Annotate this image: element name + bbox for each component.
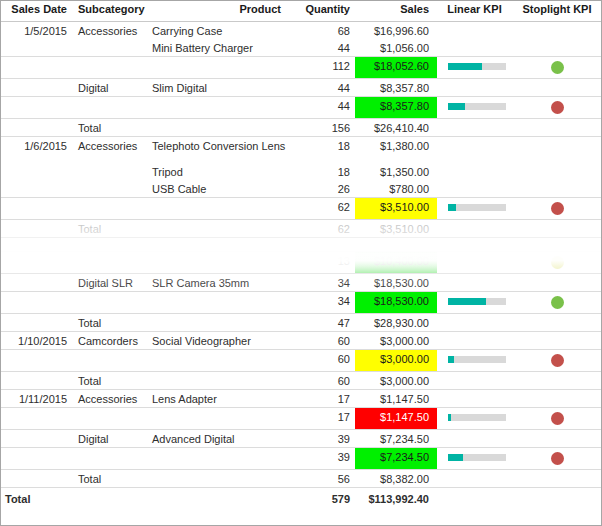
cell-sales: $8,382.00 bbox=[355, 470, 437, 488]
table-row: 17$1,147.50 bbox=[1, 408, 601, 430]
cell-sales: $18,052.60 bbox=[355, 56, 437, 78]
cell-sales-date bbox=[1, 430, 75, 448]
cell-subcategory bbox=[75, 448, 147, 470]
cell-subcategory bbox=[75, 163, 147, 180]
cell-sales-date bbox=[1, 408, 75, 430]
cell-product bbox=[147, 470, 289, 488]
cell-sales: $10,400.00 bbox=[355, 252, 437, 274]
cell-product bbox=[147, 448, 289, 470]
cell-linear-kpi bbox=[437, 470, 513, 488]
cell-sales-date bbox=[1, 470, 75, 488]
cell-sales: $780.00 bbox=[355, 180, 437, 198]
cell-stoplight-kpi bbox=[513, 430, 601, 448]
cell-product bbox=[147, 372, 289, 390]
linear-kpi-track bbox=[448, 103, 506, 110]
table-row: 112$18,052.60 bbox=[1, 56, 601, 78]
linear-kpi-track bbox=[448, 454, 506, 461]
cell-subcategory: Accessories bbox=[75, 390, 147, 408]
cell-sales: $3,000.00 bbox=[355, 332, 437, 350]
cell-linear-kpi bbox=[437, 350, 513, 372]
cell-product: Slim Digital bbox=[147, 78, 289, 96]
cell-subcategory: Total bbox=[75, 118, 147, 136]
cell-sales: $7,234.50 bbox=[355, 430, 437, 448]
cell-quantity: 68 bbox=[289, 21, 355, 39]
cell-sales: $3,000.00 bbox=[355, 350, 437, 372]
cell-product bbox=[147, 350, 289, 372]
cell-product: Telephoto Conversion Lens bbox=[147, 136, 289, 163]
column-header-linear-kpi: Linear KPI bbox=[437, 1, 513, 21]
cell-linear-kpi bbox=[437, 220, 513, 238]
cell-subcategory: Digital bbox=[75, 78, 147, 96]
spacer-row bbox=[1, 238, 601, 252]
cell-quantity: 62 bbox=[289, 198, 355, 220]
linear-kpi-bar bbox=[448, 103, 465, 110]
table-row: 1/5/2015AccessoriesCarrying Case68$16,99… bbox=[1, 21, 601, 39]
column-header-subcategory: Subcategory bbox=[75, 1, 147, 21]
cell-sales: $1,380.00 bbox=[355, 136, 437, 163]
table-row: Total56$8,382.00 bbox=[1, 470, 601, 488]
table-row: Tripod18$1,350.00 bbox=[1, 163, 601, 180]
linear-kpi-track bbox=[448, 298, 506, 305]
cell-linear-kpi bbox=[437, 163, 513, 180]
cell-sales-date bbox=[1, 314, 75, 332]
cell-sales-date bbox=[1, 292, 75, 314]
cell-linear-kpi bbox=[437, 198, 513, 220]
cell-subcategory bbox=[75, 408, 147, 430]
cell-stoplight-kpi bbox=[513, 180, 601, 198]
cell-sales-date: 1/10/2015 bbox=[1, 332, 75, 350]
cell-quantity: 26 bbox=[289, 180, 355, 198]
cell-stoplight-kpi bbox=[513, 408, 601, 430]
cell-product: Mini Battery Charger bbox=[147, 39, 289, 57]
cell-product: Carrying Case bbox=[147, 21, 289, 39]
table-row: Total156$26,410.40 bbox=[1, 118, 601, 136]
cell-sales: $1,350.00 bbox=[355, 163, 437, 180]
cell-linear-kpi bbox=[437, 430, 513, 448]
cell-subcategory: Total bbox=[75, 220, 147, 238]
cell-subcategory: Total bbox=[75, 314, 147, 332]
linear-kpi-bar bbox=[448, 356, 454, 363]
table-row: Total579$113,992.40 bbox=[1, 488, 601, 510]
table-row: 13$10,400.00 bbox=[1, 252, 601, 274]
cell-linear-kpi bbox=[437, 252, 513, 274]
cell-sales-date bbox=[1, 78, 75, 96]
cell-linear-kpi bbox=[437, 56, 513, 78]
cell-stoplight-kpi bbox=[513, 448, 601, 470]
table-row: 62$3,510.00 bbox=[1, 198, 601, 220]
cell-linear-kpi bbox=[437, 180, 513, 198]
cell-quantity: 112 bbox=[289, 56, 355, 78]
column-header-product: Product bbox=[147, 1, 289, 21]
cell-subcategory bbox=[75, 39, 147, 57]
cell-linear-kpi bbox=[437, 372, 513, 390]
table-row: 34$18,530.00 bbox=[1, 292, 601, 314]
cell-subcategory bbox=[75, 198, 147, 220]
cell-product: Lens Adapter bbox=[147, 390, 289, 408]
cell-stoplight-kpi bbox=[513, 163, 601, 180]
cell-quantity: 56 bbox=[289, 470, 355, 488]
cell-sales: $28,930.00 bbox=[355, 314, 437, 332]
column-header-stoplight-kpi: Stoplight KPI bbox=[513, 1, 601, 21]
column-header-sales-date: Sales Date bbox=[1, 1, 75, 21]
stoplight-red-icon bbox=[551, 101, 564, 114]
cell-subcategory bbox=[75, 180, 147, 198]
cell-product: USB Cable bbox=[147, 180, 289, 198]
cell-quantity: 34 bbox=[289, 292, 355, 314]
cell-product bbox=[147, 252, 289, 274]
cell-sales: $3,510.00 bbox=[355, 198, 437, 220]
cell-linear-kpi bbox=[437, 390, 513, 408]
cell-linear-kpi bbox=[437, 292, 513, 314]
cell-quantity: 44 bbox=[289, 39, 355, 57]
cell-sales-date: 1/6/2015 bbox=[1, 136, 75, 163]
cell-stoplight-kpi bbox=[513, 118, 601, 136]
cell-product bbox=[147, 56, 289, 78]
cell-subcategory bbox=[75, 96, 147, 118]
table-body: 1/5/2015AccessoriesCarrying Case68$16,99… bbox=[1, 21, 601, 510]
kpi-sales-report: Sales DateSubcategoryProductQuantitySale… bbox=[0, 0, 602, 526]
cell-subcategory bbox=[75, 56, 147, 78]
cell-product: SLR Camera 35mm bbox=[147, 274, 289, 292]
cell-quantity: 17 bbox=[289, 408, 355, 430]
cell-product: Tripod bbox=[147, 163, 289, 180]
cell-stoplight-kpi bbox=[513, 274, 601, 292]
cell-sales-date bbox=[1, 198, 75, 220]
cell-product bbox=[147, 292, 289, 314]
cell-stoplight-kpi bbox=[513, 488, 601, 510]
